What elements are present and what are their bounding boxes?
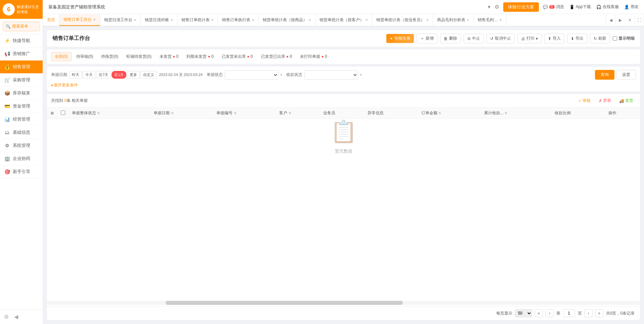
tab-close-cash-daily[interactable]: ✕	[134, 18, 136, 22]
approve-button[interactable]: ✓ 审核	[575, 97, 593, 105]
show-detail-checkbox-label[interactable]: 显示明细	[613, 36, 635, 41]
sidebar-item-system[interactable]: ⚙ 系统管理	[0, 139, 43, 152]
tab-sales-by-customer[interactable]: 销货单统计表（按客户） ✕	[315, 14, 372, 26]
date-btn-today[interactable]: 今天	[83, 71, 95, 79]
th-amount[interactable]: 订单金额 ⇅	[418, 108, 481, 119]
ship-button[interactable]: 🚚 发货	[616, 97, 636, 105]
message-button[interactable]: 💬 6 消息	[543, 4, 564, 10]
tab-scroll-right-button[interactable]: ▶	[616, 14, 625, 26]
status-select[interactable]	[225, 70, 278, 80]
tab-sales-stats[interactable]: 销售订单统计表 ✕	[177, 14, 218, 26]
cancel-stop-button[interactable]: ↺ 取消中止	[486, 34, 515, 43]
sidebar-item-finance[interactable]: 💳 资金管理	[0, 100, 43, 113]
tab-sales-margin[interactable]: 销售毛利… ✕	[474, 14, 506, 26]
sidebar-item-inventory[interactable]: 📦 库存核算	[0, 87, 43, 100]
topbar-dropdown-icon[interactable]: ▾	[488, 4, 490, 10]
tab-close-gross-profit[interactable]: ✕	[467, 18, 469, 22]
tab-scroll-left-button[interactable]: ◀	[606, 14, 616, 26]
sidebar-item-enterprise[interactable]: 🏢 企业协同	[0, 152, 43, 165]
query-conditions-panel: 单据日期 昨天 今天 近7天 近1月 更多 自定义 2023-02-24 至 2…	[47, 67, 640, 91]
first-page-button[interactable]: «	[535, 309, 543, 317]
stop-button[interactable]: ⊘ 中止	[464, 34, 484, 43]
expand-conditions-button[interactable]: ▾ 展开更多条件	[51, 82, 636, 88]
th-date[interactable]: 单据日期 ⇅	[150, 108, 213, 119]
plus-icon: ＋	[420, 36, 424, 41]
tab-close-all-button[interactable]: ✕	[625, 14, 635, 26]
tab-sales-by-product[interactable]: 销货单统计表（按商品） ✕	[259, 14, 315, 26]
sidebar-item-sales[interactable]: 💰 销售管理	[0, 60, 43, 74]
tab-home[interactable]: 首页	[43, 14, 59, 26]
filter-tab-shipped-not-outbound[interactable]: 已发货未出库 ● 0	[218, 52, 256, 61]
last-page-button[interactable]: »	[595, 309, 603, 317]
date-btn-1month[interactable]: 近1月	[112, 71, 126, 79]
settings-query-button[interactable]: 设置	[616, 70, 636, 80]
column-settings-icon[interactable]: ⚙	[50, 111, 54, 116]
sidebar-item-quick-nav[interactable]: ⚡ 快捷导航	[0, 34, 43, 47]
sidebar-item-purchase[interactable]: 🛒 采购管理	[0, 74, 43, 87]
tab-sales-by-staff[interactable]: 销货单统计表（按业务员） ✕	[372, 14, 433, 26]
show-detail-checkbox[interactable]	[613, 36, 617, 41]
tab-close-sales-margin[interactable]: ✕	[499, 18, 502, 22]
filter-tab-overdue-not-shipped[interactable]: 到期未发货 ● 0	[183, 52, 217, 61]
tab-cash-reconcile[interactable]: 钱货日清对账 ✕	[141, 14, 177, 26]
online-service-button[interactable]: 🎧 在线客服	[596, 4, 619, 10]
filter-tab-pending-pick[interactable]: 待拣货(0)	[98, 52, 122, 61]
payment-select[interactable]	[304, 70, 358, 80]
add-button[interactable]: ＋ 新增	[417, 34, 437, 43]
tab-close-cash-reconcile[interactable]: ✕	[170, 18, 173, 22]
page-number-input[interactable]	[563, 309, 575, 317]
tab-close-sales-exec[interactable]: ✕	[252, 18, 254, 22]
collapse-sidebar-icon[interactable]: ◀	[14, 314, 18, 320]
filter-tab-pending-review[interactable]: 待审核(0)	[73, 52, 97, 61]
import-button[interactable]: ⬆ 导入	[544, 34, 564, 43]
prev-page-button[interactable]: ‹	[546, 309, 554, 317]
date-btn-7days[interactable]: 近7天	[96, 71, 111, 79]
print-button[interactable]: 🖨 打印 ▾	[517, 34, 542, 43]
tab-sales-order-workspace[interactable]: 销售订单工作台 ✕	[59, 14, 100, 26]
date-btn-custom[interactable]: 自定义	[140, 71, 157, 79]
settings-footer-icon[interactable]: ⚙	[4, 314, 9, 320]
sidebar-item-operations[interactable]: 📊 经营管理	[0, 113, 43, 126]
horizontal-scrollbar[interactable]	[47, 301, 640, 305]
refresh-button[interactable]: ↻ 刷新	[590, 34, 610, 43]
delete-button[interactable]: 🗑 删除	[440, 34, 461, 43]
next-page-button[interactable]: ›	[585, 309, 593, 317]
filter-tab-not-shipped[interactable]: 未发货 ● 0	[156, 52, 182, 61]
search-menu-button[interactable]: 🔍 搜索菜单	[3, 22, 40, 31]
filter-tab-not-printed[interactable]: 未打印单据 ● 0	[297, 52, 331, 61]
select-all-checkbox[interactable]	[61, 111, 65, 115]
tab-close-sales-by-staff[interactable]: ✕	[426, 18, 429, 22]
tab-close-sales-order[interactable]: ✕	[93, 18, 96, 22]
app-download-button[interactable]: 📱 App下载	[569, 4, 591, 10]
reject-button[interactable]: ✗ 弃审	[596, 97, 614, 105]
tab-sales-exec[interactable]: 销售订单执行表 ✕	[218, 14, 259, 26]
tab-gross-profit[interactable]: 商品毛利分析表 ✕	[433, 14, 474, 26]
sidebar-item-newbie[interactable]: 🎯 新手引导	[0, 165, 43, 178]
export-button[interactable]: ⬇ 导出	[567, 34, 587, 43]
tab-close-sales-by-customer[interactable]: ✕	[365, 18, 368, 22]
topbar-settings-icon[interactable]: ⚙	[495, 4, 499, 10]
scrollbar-thumb[interactable]	[166, 301, 403, 305]
ai-generate-button[interactable]: ✦ 智能生单	[386, 34, 414, 43]
industry-solution-button[interactable]: 体验行业方案	[503, 2, 539, 12]
user-button[interactable]: 👤 用友	[624, 4, 639, 10]
tab-cash-daily[interactable]: 钱货日清工作台 ✕	[100, 14, 141, 26]
sidebar-item-basic[interactable]: 🗂 基础信息	[0, 126, 43, 139]
filter-tab-wangpu-pending[interactable]: 旺铺待发货(0)	[123, 52, 155, 61]
logo-text: 畅捷通好生意 标准版	[17, 4, 39, 15]
table-scroll-area[interactable]: ⚙ 单据整体状态 ⇅ 单据日期 ⇅	[47, 108, 640, 299]
search-button[interactable]: 查询	[595, 70, 614, 80]
tab-maximize-button[interactable]: ⛶	[635, 14, 644, 26]
th-number[interactable]: 单据编号 ⇅	[213, 108, 276, 119]
date-btn-more[interactable]: 更多	[127, 71, 140, 79]
filter-tab-shipped-outbound[interactable]: 已发货已出库 ● 0	[258, 52, 296, 61]
tab-close-sales-stats[interactable]: ✕	[211, 18, 214, 22]
date-btn-yesterday[interactable]: 昨天	[69, 71, 82, 79]
filter-tab-all[interactable]: 全部(0)	[51, 52, 72, 61]
page-size-select[interactable]: 50 10 20 100	[515, 309, 532, 317]
tab-close-sales-by-product[interactable]: ✕	[308, 18, 311, 22]
sidebar-item-marketing[interactable]: 📢 营销推广	[0, 47, 43, 60]
th-collected[interactable]: 累计收款... ⇅	[481, 108, 552, 119]
th-customer[interactable]: 客户 ⇅	[276, 108, 319, 119]
headset-icon: 🎧	[596, 5, 601, 9]
